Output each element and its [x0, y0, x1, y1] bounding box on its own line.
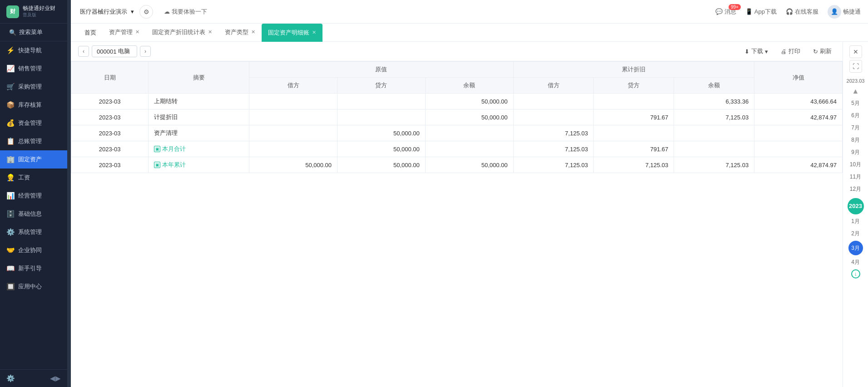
sidebar-item-fixed-asset[interactable]: 🏢 固定资产	[0, 150, 67, 169]
download-button[interactable]: ⬇ 下载 ▾	[741, 45, 772, 57]
table-row-dep-credit	[594, 94, 674, 109]
message-button[interactable]: 💬 消息 99+	[715, 8, 736, 16]
sidebar-item-inventory[interactable]: 📦 库存核算	[0, 96, 67, 114]
sidebar-item-purchase[interactable]: 🛒 采购管理	[0, 78, 67, 96]
system-label: 系统管理	[18, 228, 42, 236]
panel-expand-button[interactable]: ⛶	[849, 60, 862, 73]
fund-icon: 💰	[6, 119, 15, 127]
asset-name: 电脑	[118, 47, 130, 55]
sidebar-search[interactable]: 🔍 搜索菜单	[0, 24, 67, 41]
timeline-down-nav[interactable]: ↓	[851, 269, 860, 278]
ops-icon: 📊	[6, 192, 15, 200]
asset-prev-button[interactable]: ‹	[78, 46, 89, 57]
tab-asset-type-close[interactable]: ✕	[251, 29, 255, 35]
company-selector[interactable]: 医疗器械行业演示 ▾	[78, 8, 136, 16]
timeline-month-5[interactable]: 5月	[846, 97, 866, 109]
timeline-month-6[interactable]: 6月	[846, 109, 866, 122]
payroll-label: 工资	[18, 174, 30, 182]
table-row-orig-balance: 50,000.00	[425, 157, 513, 173]
sales-icon: 📈	[6, 64, 15, 73]
timeline-month-9[interactable]: 9月	[846, 146, 866, 159]
message-icon: 💬	[715, 8, 723, 15]
sidebar-item-ops[interactable]: 📊 经营管理	[0, 187, 67, 205]
tab-asset-management[interactable]: 资产管理 ✕	[103, 24, 146, 42]
table-row-dep-credit: 791.67	[594, 141, 674, 157]
timeline-month-12[interactable]: 12月	[846, 183, 866, 195]
table-container: 日期 摘要 原值 累计折旧 净值 借方 贷方 余额 借方 贷方 余额	[71, 61, 843, 387]
timeline-month-11[interactable]: 11月	[846, 171, 866, 183]
ledger-table: 日期 摘要 原值 累计折旧 净值 借方 贷方 余额 借方 贷方 余额	[71, 61, 843, 173]
asset-current: 000001 电脑	[92, 45, 137, 57]
user-profile[interactable]: 👤 畅捷通	[828, 5, 861, 19]
fixed-asset-icon: 🏢	[6, 155, 15, 164]
tab-fixed-asset-detail-close[interactable]: ✕	[312, 30, 316, 35]
timeline-month-8[interactable]: 8月	[846, 134, 866, 146]
table-row-orig-balance: 50,000.00	[425, 109, 513, 125]
sidebar-item-collab[interactable]: 🤝 企业协同	[0, 241, 67, 259]
table-row-dep-debit: 7,125.03	[513, 157, 594, 173]
tab-depreciation-table-label: 固定资产折旧统计表	[152, 28, 205, 36]
tab-home[interactable]: 首页	[78, 24, 103, 42]
col-dep-credit: 贷方	[594, 78, 674, 94]
table-row-date: 2023-03	[71, 157, 149, 173]
customer-service-button[interactable]: 🎧 在线客服	[786, 8, 818, 16]
table-row-orig-balance	[425, 141, 513, 157]
sidebar-item-guide[interactable]: 📖 新手引导	[0, 259, 67, 278]
sidebar-item-sales[interactable]: 📈 销售管理	[0, 60, 67, 78]
asset-nav-right: ⬇ 下载 ▾ 🖨 打印 ↻ 刷新	[741, 45, 835, 57]
table-row-orig-credit	[337, 94, 426, 109]
timeline-month-2[interactable]: 2月	[846, 228, 866, 240]
tab-depreciation-table[interactable]: 固定资产折旧统计表 ✕	[146, 24, 218, 42]
tab-asset-type[interactable]: 资产类型 ✕	[218, 24, 262, 42]
topbar-left: 医疗器械行业演示 ▾ ⚙ ☁ 我要体验一下	[78, 5, 715, 19]
table-row-dep-debit: 7,125.03	[513, 141, 594, 157]
table-row-dep-credit	[594, 125, 674, 141]
quick-nav-label: 快捷导航	[18, 46, 42, 55]
table-row-orig-debit	[249, 109, 337, 125]
table-row-orig-credit: 50,000.00	[337, 125, 426, 141]
timeline-month-10[interactable]: 10月	[846, 159, 866, 171]
collapse-sidebar-icon[interactable]: ◀▶	[50, 374, 61, 382]
timeline-month-7[interactable]: 7月	[846, 122, 866, 134]
print-button[interactable]: 🖨 打印	[777, 45, 804, 57]
trial-button[interactable]: ☁ 我要体验一下	[162, 8, 207, 16]
refresh-button[interactable]: ↻ 刷新	[809, 45, 835, 57]
col-net-value: 净值	[754, 62, 843, 94]
col-orig-balance: 余额	[425, 78, 513, 94]
settings-bottom-icon[interactable]: ⚙️	[6, 374, 15, 382]
app-download-button[interactable]: 📱 App下载	[745, 8, 777, 16]
asset-next-button[interactable]: ›	[140, 46, 151, 57]
tab-asset-management-label: 资产管理	[109, 28, 133, 36]
sidebar-item-ledger[interactable]: 📋 总账管理	[0, 132, 67, 150]
sidebar-bottom: ⚙️ ◀▶	[0, 369, 67, 387]
trial-label: 我要体验一下	[172, 8, 207, 16]
tab-fixed-asset-detail[interactable]: 固定资产明细账 ✕	[262, 24, 322, 42]
sidebar-item-base-info[interactable]: 🗄️ 基础信息	[0, 205, 67, 223]
timeline-month-1[interactable]: 1月	[846, 215, 866, 228]
timeline-up-nav[interactable]: ▲	[850, 85, 861, 97]
company-settings-button[interactable]: ⚙	[139, 5, 153, 19]
sidebar-item-fund[interactable]: 💰 资金管理	[0, 114, 67, 132]
tab-depreciation-close[interactable]: ✕	[208, 29, 212, 35]
timeline-month-3[interactable]: 3月	[848, 241, 863, 255]
table-row-dep-debit	[513, 94, 594, 109]
tab-asset-management-close[interactable]: ✕	[135, 29, 139, 35]
logo-icon: 财	[6, 5, 19, 18]
print-label: 打印	[789, 47, 800, 55]
sidebar-item-payroll[interactable]: 👷 工资	[0, 169, 67, 187]
timeline-year-badge[interactable]: 2023	[848, 198, 864, 214]
timeline-panel: ✕ ⛶ 2023.03 ▲ 5月 6月 7月 8月 9月 10月 11月 12月…	[843, 42, 868, 387]
search-label: 搜索菜单	[19, 28, 43, 36]
timeline-month-4[interactable]: 4月	[846, 256, 866, 268]
message-badge: 99+	[729, 4, 741, 10]
sidebar-scroll-handle[interactable]	[67, 0, 71, 387]
company-dropdown-icon: ▾	[131, 8, 134, 15]
sidebar-nav: ⚡ 快捷导航 📈 销售管理 🛒 采购管理 📦 库存核算 💰 资金管理 📋 总账管…	[0, 41, 67, 369]
sidebar-item-system[interactable]: ⚙️ 系统管理	[0, 223, 67, 241]
sidebar-item-quick-nav[interactable]: ⚡ 快捷导航	[0, 41, 67, 60]
quick-nav-icon: ⚡	[6, 46, 15, 55]
table-row-desc: ▣本月合计	[149, 141, 249, 157]
table-row-dep-debit	[513, 109, 594, 125]
panel-close-button[interactable]: ✕	[849, 45, 862, 58]
sidebar-item-app-center[interactable]: 🔲 应用中心	[0, 278, 67, 296]
